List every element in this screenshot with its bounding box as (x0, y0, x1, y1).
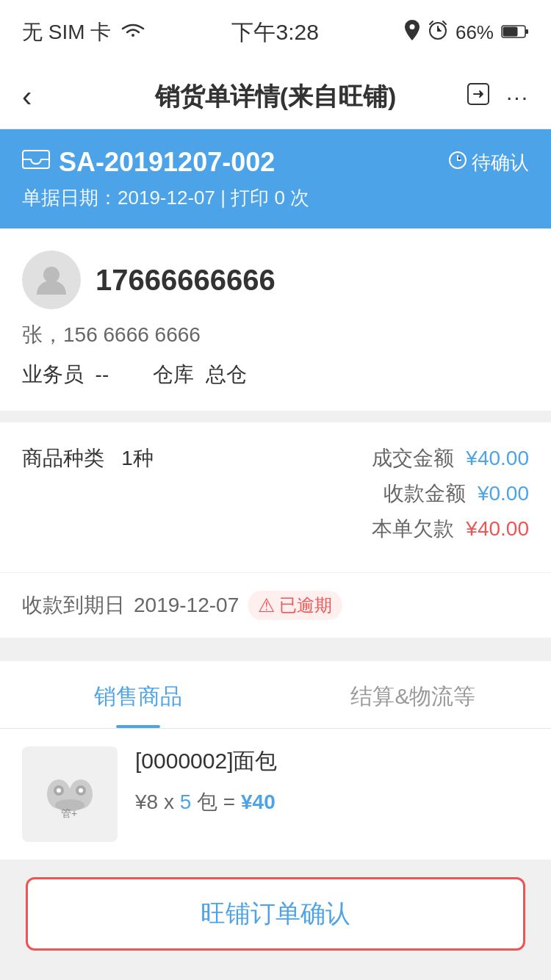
tab-settlement[interactable]: 结算&物流等 (276, 661, 551, 728)
svg-point-0 (409, 24, 414, 29)
summary-right: 成交金额 ¥40.00 收款金额 ¥0.00 本单欠款 ¥40.00 (372, 444, 529, 550)
tab-products[interactable]: 销售商品 (0, 661, 276, 728)
debt-row: 本单欠款 ¥40.00 (372, 515, 529, 543)
product-thumbnail: 管+ (22, 746, 118, 842)
order-meta: 单据日期：2019-12-07 | 打印 0 次 (22, 185, 529, 211)
back-button[interactable]: ‹ (22, 80, 81, 113)
order-header-card: SA-20191207-002 待确认 单据日期：2019-12-07 | 打印… (0, 129, 551, 228)
payment-row: 收款金额 ¥0.00 (372, 480, 529, 508)
share-icon[interactable] (465, 81, 491, 113)
battery-text: 66% (455, 21, 494, 44)
product-price: ¥8 x 5 包 = ¥40 (135, 788, 529, 816)
summary-left: 商品种类 1种 (22, 444, 154, 478)
svg-point-14 (79, 788, 83, 793)
confirm-button[interactable]: 旺铺订单确认 (26, 877, 525, 951)
carrier-text: 无 SIM 卡 (22, 18, 111, 46)
due-date: 2019-12-07 (134, 594, 239, 617)
order-id: SA-20191207-002 (22, 147, 275, 178)
amount-row: 成交金额 ¥40.00 (372, 444, 529, 472)
page-title: 销货单详情(来自旺铺) (81, 80, 470, 114)
status-time: 下午3:28 (231, 18, 318, 48)
clock-icon (448, 151, 467, 175)
customer-name: 张，156 6666 6666 (22, 321, 529, 349)
svg-rect-4 (503, 26, 518, 36)
nav-bar: ‹ 销货单详情(来自旺铺) ··· (0, 65, 551, 129)
tabs-section: 销售商品 结算&物流等 管+ [0000002]面包 (0, 661, 551, 860)
back-icon: ‹ (22, 80, 32, 113)
avatar (22, 251, 81, 309)
more-icon[interactable]: ··· (506, 84, 529, 109)
alarm-icon (428, 20, 448, 46)
status-carrier: 无 SIM 卡 (22, 18, 146, 46)
product-name: [0000002]面包 (135, 746, 529, 777)
product-info: [0000002]面包 ¥8 x 5 包 = ¥40 (135, 746, 529, 816)
product-row: 管+ [0000002]面包 ¥8 x 5 包 = ¥40 (22, 746, 529, 842)
divider-2 (0, 638, 551, 649)
warehouse-label: 仓库 总仓 (153, 361, 247, 389)
status-bar: 无 SIM 卡 下午3:28 66% (0, 0, 551, 65)
tabs-row: 销售商品 结算&物流等 (0, 661, 551, 729)
svg-text:管+: 管+ (61, 807, 77, 819)
due-date-section: 收款到期日 2019-12-07 ⚠ 已逾期 (0, 572, 551, 638)
divider-1 (0, 411, 551, 422)
customer-section: 17666666666 张，156 6666 6666 业务员 -- 仓库 总仓 (0, 228, 551, 411)
status-right: 66% (404, 19, 529, 46)
confirm-button-wrapper: 旺铺订单确认 (26, 877, 525, 951)
product-type-item: 商品种类 1种 (22, 444, 154, 472)
order-status: 待确认 (448, 150, 529, 176)
wifi-icon (120, 21, 146, 45)
inbox-icon (22, 147, 50, 178)
warning-icon: ⚠ (258, 594, 275, 617)
location-icon (404, 19, 420, 46)
customer-phone: 17666666666 (96, 264, 276, 297)
overdue-badge: ⚠ 已逾期 (248, 591, 342, 620)
customer-meta: 业务员 -- 仓库 总仓 (22, 361, 529, 389)
due-row: 收款到期日 2019-12-07 ⚠ 已逾期 (22, 591, 529, 620)
svg-point-13 (57, 788, 61, 793)
battery-icon (501, 21, 529, 44)
due-label: 收款到期日 (22, 591, 125, 619)
svg-rect-3 (525, 29, 528, 34)
nav-actions: ··· (470, 81, 529, 113)
svg-point-8 (43, 267, 60, 283)
summary-section: 商品种类 1种 成交金额 ¥40.00 收款金额 ¥0.00 本单欠款 ¥40.… (0, 422, 551, 572)
product-section: 管+ [0000002]面包 ¥8 x 5 包 = ¥40 (0, 729, 551, 860)
salesperson-label: 业务员 -- (22, 361, 109, 389)
